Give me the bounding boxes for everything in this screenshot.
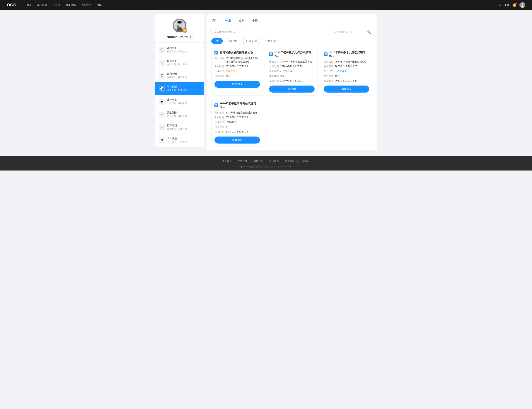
hw1-icon	[214, 51, 218, 55]
filter-row: 请选择课程/课程包 🔍	[211, 29, 372, 35]
sidebar-cert-sub: 收获荣誉、持证上岗	[167, 76, 187, 79]
sidebar-msg-sub: 消息通知、及时了解	[167, 115, 187, 118]
sidebar-msg-title: 我的消息	[167, 111, 187, 114]
hw1-time-label: 发布时间	[214, 65, 226, 68]
footer-about[interactable]: 关于我们	[219, 160, 235, 163]
hw1-status-value: 未提交作业	[226, 70, 260, 73]
sidebar-item-question-bank[interactable]: ≡ 题库中心 海量习题、助力通关	[155, 56, 204, 69]
hw3-resubmit-button[interactable]: 重新提交	[324, 85, 369, 93]
search-icon[interactable]: 🔍	[367, 30, 371, 34]
navbar: LOGO 首页 发现课程 公开课 新闻资讯 问答社区 题库 ··· APP下载 …	[0, 0, 532, 10]
footer-franchise[interactable]: 加盟代理	[235, 160, 250, 163]
footer-partners[interactable]: 合作伙伴	[266, 160, 282, 163]
sidebar-acct-sub: 个人权益、实时掌握	[167, 102, 187, 105]
status-tab-submitted[interactable]: 已提交(4)	[243, 38, 260, 44]
question-bank-icon: ≡	[159, 60, 165, 66]
hw1-submit-button[interactable]: 提交作业	[214, 81, 260, 88]
hw2-pending-button[interactable]: 待批阅	[269, 85, 315, 93]
sidebar-orders-title: 订单管理	[167, 124, 187, 127]
status-tab-not-submitted[interactable]: 未提交(4)	[224, 38, 241, 44]
tab-group[interactable]: 小组	[251, 17, 259, 25]
hw4-time-value: 2020-02-12 20:23:23	[226, 116, 260, 119]
tab-materials[interactable]: 资料	[238, 17, 245, 25]
hw4-icon	[214, 103, 218, 107]
tab-qa[interactable]: 问答	[211, 17, 219, 25]
hw2-icon	[269, 53, 273, 56]
notification-badge	[515, 3, 517, 4]
nav-open-course[interactable]: 公开课	[53, 3, 60, 7]
nav-courses[interactable]: 发现课程	[37, 3, 47, 7]
status-tab-reviewed[interactable]: 已批阅(4)	[262, 38, 279, 44]
sidebar-item-messages[interactable]: ✉ 我的消息 消息通知、及时了解	[155, 108, 204, 121]
svg-rect-12	[270, 54, 272, 55]
sidebar-orders-sub: 订单支出、明明白白	[167, 128, 187, 131]
nav-more[interactable]: ···	[107, 3, 110, 7]
logo[interactable]: LOGO	[4, 3, 19, 7]
sidebar-item-course[interactable]: 📋 课程中心 精彩课程、不容错过	[155, 43, 204, 56]
svg-rect-14	[325, 53, 327, 54]
sidebar-item-certificate[interactable]: 🏅 证书荣誉 收获荣誉、持证上岗	[155, 69, 204, 82]
app-download[interactable]: APP下载	[499, 3, 509, 7]
sidebar-settings-title: 个人设置	[167, 137, 187, 140]
settings-icon: ⚙	[159, 138, 165, 143]
notification-bell[interactable]: 🔔	[513, 3, 516, 7]
hw1-score-label: 作业成绩	[214, 74, 226, 78]
course-select[interactable]: 请选择课程/课程包	[211, 29, 248, 35]
svg-rect-15	[325, 54, 327, 55]
nav-home[interactable]: 首页	[27, 3, 32, 7]
hw4-view-button[interactable]: 查看批阅	[214, 137, 260, 144]
hw1-time-value: 2020-02-12 20:23:23	[226, 65, 260, 68]
hw1-score-value: 暂无	[226, 74, 260, 78]
hw3-title: 2020年初中数学几何公式练习作...	[324, 51, 369, 58]
sidebar-item-account[interactable]: ◆ 账户中心 个人权益、实时掌握	[155, 95, 204, 108]
user-avatar-menu[interactable]: ▾	[519, 2, 528, 8]
hw2-complete-value: 2020-02-12 22:12:23	[280, 79, 315, 82]
svg-rect-17	[215, 104, 217, 105]
footer-careers[interactable]: 招贤纳士	[298, 160, 313, 163]
hw1-course-value: 2020年高考英语全面过关攻略-第六期零基础语法攻略	[226, 57, 260, 63]
sidebar-item-settings[interactable]: ⚙ 个人设置 个人信息、一键管理	[155, 134, 204, 147]
account-icon: ◆	[159, 99, 165, 104]
hw2-status-value: 已提交作业	[280, 70, 315, 73]
sidebar: ★ Natalie Smith ID 📋 课程中心 精彩课程、不容错过 ≡ 题库…	[155, 14, 207, 150]
vip-badge: ★	[183, 28, 187, 33]
profile-card: ★ Natalie Smith ID	[155, 14, 204, 42]
svg-rect-13	[270, 55, 271, 55]
footer: 关于我们 加盟代理 网站地图 合作伙伴 免责声明 招贤纳士 Copyright©…	[0, 156, 532, 170]
svg-point-2	[521, 5, 524, 8]
hw3-time-value: 2020-02-12 20:23:23	[335, 65, 369, 68]
nav-qa[interactable]: 问答社区	[81, 3, 91, 7]
sidebar-acct-title: 账户中心	[167, 98, 187, 102]
avatar-dropdown-arrow: ▾	[526, 4, 528, 6]
svg-rect-8	[215, 52, 217, 52]
learning-qa-icon: 💬	[159, 86, 165, 92]
hw3-status-value: 已提交作业	[335, 70, 369, 73]
hw4-complete-value: 2020-02-12 22:12:23	[226, 130, 260, 133]
homework-card-2: 2020年初中数学几何公式练习作... 课次名称 2020年中考数学全面过关攻略…	[266, 48, 318, 96]
hw1-title: 高考英语试卷阅读理解30张	[214, 51, 260, 55]
search-input[interactable]	[332, 29, 372, 35]
sidebar-course-sub: 精彩课程、不容错过	[167, 50, 187, 53]
hw2-course-value: 2020年中考数学全面过关攻略	[280, 60, 315, 63]
footer-sitemap[interactable]: 网站地图	[250, 160, 266, 163]
svg-rect-19	[215, 106, 217, 106]
footer-disclaimer[interactable]: 免责声明	[282, 160, 298, 163]
sidebar-item-learning-qa[interactable]: 💬 学习问答 课后重温、疑难解答	[155, 82, 204, 95]
hw3-complete-value: 2020-02-12 22:12:23	[335, 79, 369, 82]
user-avatar	[519, 2, 525, 8]
svg-rect-7	[178, 21, 182, 23]
profile-avatar-wrap: ★	[172, 18, 187, 33]
nav-news[interactable]: 新闻资讯	[65, 3, 76, 7]
sidebar-qb-sub: 海量习题、助力通关	[167, 63, 187, 66]
hw3-icon	[324, 53, 328, 56]
sidebar-item-orders[interactable]: 📄 订单管理 订单支出、明明白白	[155, 121, 204, 134]
tab-homework[interactable]: 作业	[225, 17, 232, 25]
svg-rect-16	[325, 55, 326, 55]
nav-question-bank[interactable]: 题库	[96, 3, 101, 7]
homework-grid: 高考英语试卷阅读理解30张 课次名称 2020年高考英语全面过关攻略-第六期零基…	[211, 48, 372, 147]
sidebar-settings-sub: 个人信息、一键管理	[167, 140, 187, 144]
sidebar-course-title: 课程中心	[167, 46, 187, 50]
footer-copyright: Copyright© 云朵商学院 版权所有 京ICP备17051340号-1	[0, 165, 532, 168]
messages-icon: ✉	[159, 112, 165, 118]
status-tab-all[interactable]: 全部	[211, 38, 223, 44]
